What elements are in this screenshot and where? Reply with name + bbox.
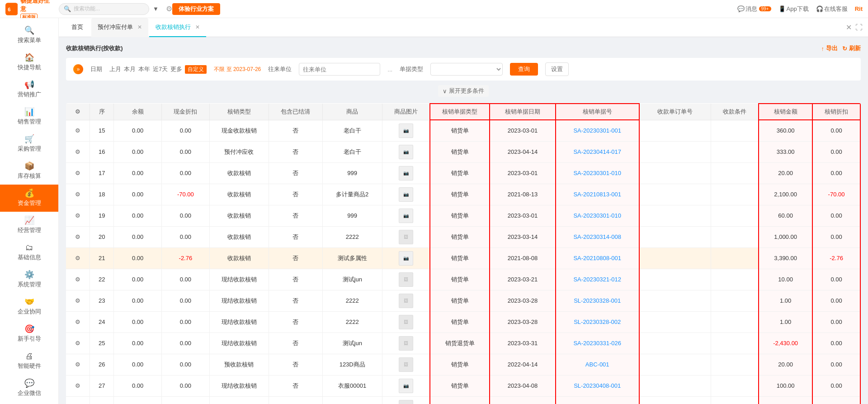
solution-button[interactable]: 体验行业方案	[172, 3, 220, 15]
row-bill-no[interactable]: SL-20230418-001	[556, 396, 639, 404]
sidebar-item-basic[interactable]: 🗂 基础信息	[0, 239, 58, 266]
bill-no-link[interactable]: SA-20230301-001	[573, 127, 621, 134]
date-this-month[interactable]: 本月	[124, 65, 136, 73]
bill-no-link[interactable]: ABC-001	[585, 361, 609, 368]
user-avatar[interactable]: Rit	[855, 5, 863, 12]
query-button[interactable]: 查询	[510, 63, 538, 76]
row-gear[interactable]: ⚙	[66, 120, 90, 141]
bill-type-select[interactable]: 销货单 销货退货单	[430, 63, 503, 76]
sidebar-item-system[interactable]: ⚙️ 系统管理	[0, 266, 58, 293]
sidebar-item-wechat[interactable]: 💬 企业微信	[0, 375, 58, 402]
product-image: 🖼	[399, 400, 413, 404]
sidebar-item-finance[interactable]: 💰 资金管理	[0, 185, 58, 212]
row-bill-no[interactable]: SA-20230301-010	[556, 205, 639, 226]
date-last-month[interactable]: 上月	[109, 65, 121, 73]
refresh-icon: ↻	[842, 45, 847, 52]
row-gear[interactable]: ⚙	[66, 375, 90, 396]
row-receipt-order	[639, 205, 711, 226]
sidebar-item-marketing[interactable]: 📢 营销推广	[0, 76, 58, 103]
row-cash-discount: 0.00	[162, 354, 210, 375]
bill-no-link[interactable]: SA-20210808-001	[573, 255, 621, 261]
row-gear[interactable]: ⚙	[66, 184, 90, 205]
from-unit-input[interactable]	[299, 63, 380, 76]
row-bill-no[interactable]: SA-20210808-001	[556, 247, 639, 269]
tab-receipt[interactable]: 收款核销执行 ✕	[149, 18, 206, 37]
row-gear[interactable]: ⚙	[66, 141, 90, 162]
sidebar-item-sales[interactable]: 📊 销售管理	[0, 103, 58, 130]
row-bill-no[interactable]: SA-20230301-001	[556, 120, 639, 141]
row-bill-no[interactable]: SA-20210813-001	[556, 184, 639, 205]
col-gear-header[interactable]: ⚙	[66, 104, 90, 120]
tab-prepay[interactable]: 预付冲应付单 ✕	[91, 18, 148, 37]
row-bill-no[interactable]: ABC-001	[556, 354, 639, 375]
row-gear[interactable]: ⚙	[66, 290, 90, 311]
row-bill-no[interactable]: SA-20230414-017	[556, 141, 639, 162]
bill-no-link[interactable]: SA-20210813-001	[573, 191, 621, 198]
sidebar-item-newbie[interactable]: 🎯 新手引导	[0, 320, 58, 347]
gear-icon[interactable]: ⚙	[166, 5, 172, 13]
sidebar-item-purchase[interactable]: 🛒 采购管理	[0, 130, 58, 157]
app-download-btn[interactable]: 📱 App下载	[778, 5, 809, 13]
sidebar-item-shortcut[interactable]: 🏠 快捷导航	[0, 49, 58, 76]
row-verify-type: 现结收款核销	[209, 396, 269, 404]
bill-no-link[interactable]: SA-20230331-026	[573, 340, 621, 347]
date-more[interactable]: 更多	[170, 65, 182, 73]
sidebar-item-hardware[interactable]: 🖨 智能硬件	[0, 347, 58, 375]
row-gear[interactable]: ⚙	[66, 162, 90, 184]
messages-btn[interactable]: 💬 消息 99+	[737, 5, 771, 13]
row-bill-no[interactable]: SL-20230328-002	[556, 311, 639, 333]
export-btn[interactable]: ↑ 导出	[821, 44, 838, 52]
hardware-icon: 🖨	[25, 352, 33, 360]
date-this-year[interactable]: 本年	[138, 65, 150, 73]
row-bill-date: 2021-08-13	[490, 184, 555, 205]
row-bill-no[interactable]: SA-20230301-010	[556, 162, 639, 184]
sidebar-item-inventory[interactable]: 📦 库存核算	[0, 157, 58, 185]
bill-no-link[interactable]: SA-20230314-008	[573, 233, 621, 240]
purchase-icon: 🛒	[24, 135, 34, 143]
sidebar-item-search[interactable]: 🔍 搜索菜单	[0, 22, 58, 49]
bill-no-link[interactable]: SA-20230301-010	[573, 170, 621, 176]
row-gear[interactable]: ⚙	[66, 333, 90, 354]
bill-no-link[interactable]: SL-20230328-001	[574, 297, 621, 304]
date-custom[interactable]: 自定义	[185, 65, 207, 74]
row-gear[interactable]: ⚙	[66, 311, 90, 333]
date-7days[interactable]: 近7天	[153, 65, 168, 73]
row-product: 2222	[322, 396, 382, 404]
setting-button[interactable]: 设置	[545, 62, 569, 76]
row-gear[interactable]: ⚙	[66, 247, 90, 269]
col-cash-discount-header: 现金折扣	[162, 104, 210, 120]
row-bill-no[interactable]: SA-20230314-008	[556, 226, 639, 247]
row-bill-no[interactable]: SL-20230328-001	[556, 290, 639, 311]
tab-close-all-icon[interactable]: ✕	[846, 23, 852, 32]
bill-no-link[interactable]: SL-20230408-001	[574, 382, 621, 389]
row-bill-no[interactable]: SA-20230321-012	[556, 269, 639, 290]
row-product: 123D商品	[322, 354, 382, 375]
filter-expand-button[interactable]: »	[73, 64, 83, 74]
top-dropdown[interactable]: ▼	[149, 5, 162, 12]
row-bill-no[interactable]: SL-20230408-001	[556, 375, 639, 396]
row-bill-no[interactable]: SA-20230331-026	[556, 333, 639, 354]
bill-no-link[interactable]: SL-20230328-002	[574, 318, 621, 325]
top-search-box[interactable]: 🔍 搜索功能...	[59, 3, 149, 15]
sidebar-item-enterprise[interactable]: 🤝 企业协同	[0, 293, 58, 320]
row-gear[interactable]: ⚙	[66, 226, 90, 247]
tab-prepay-close[interactable]: ✕	[137, 24, 142, 30]
sidebar-item-label: 销售管理	[18, 118, 41, 126]
sidebar-item-operation[interactable]: 📈 经营管理	[0, 212, 58, 239]
row-gear[interactable]: ⚙	[66, 354, 90, 375]
row-gear[interactable]: ⚙	[66, 205, 90, 226]
bill-no-link[interactable]: SA-20230414-017	[573, 148, 621, 155]
expand-more-conditions[interactable]: ∨ 展开更多条件	[438, 85, 489, 97]
bill-no-link[interactable]: SA-20230301-010	[573, 212, 621, 219]
tab-home[interactable]: 首页	[64, 18, 90, 37]
tab-fullscreen-icon[interactable]: ⛶	[855, 24, 863, 32]
row-gear[interactable]: ⚙	[66, 396, 90, 404]
sidebar-item-member[interactable]: V 畅会员	[0, 402, 58, 404]
refresh-btn[interactable]: ↻ 刷新	[842, 44, 861, 52]
row-gear[interactable]: ⚙	[66, 269, 90, 290]
product-image: 🖼	[399, 315, 413, 329]
filter-dots[interactable]: ...	[387, 66, 392, 73]
bill-no-link[interactable]: SA-20230321-012	[573, 276, 621, 283]
tab-receipt-close[interactable]: ✕	[195, 24, 200, 30]
online-service-btn[interactable]: 🎧 在线客服	[816, 5, 848, 13]
